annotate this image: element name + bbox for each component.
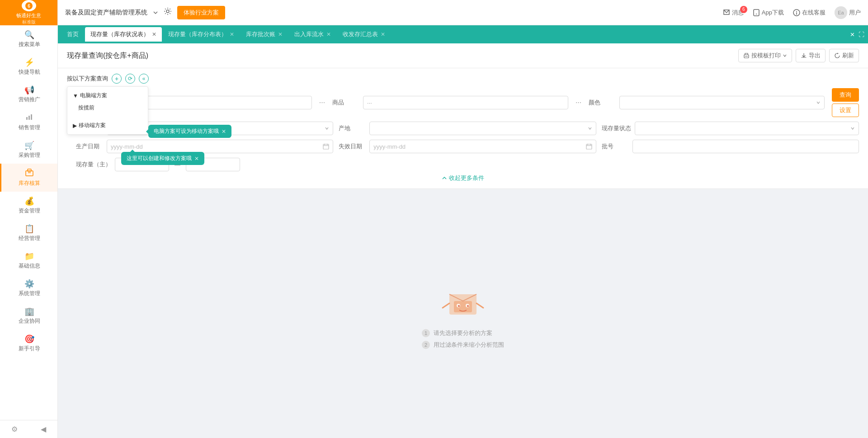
search-btn[interactable]: 查询 [832, 88, 859, 102]
sidebar-settings-btn[interactable]: ⚙ [11, 425, 18, 433]
tab-receive-summary-close[interactable]: ✕ [381, 31, 385, 38]
svg-point-28 [467, 305, 469, 307]
logo-sub: 标准版 [22, 19, 36, 25]
goods-select[interactable]: ··· [363, 96, 568, 109]
expiry-date-input[interactable]: yyyy-mm-dd [369, 140, 596, 153]
refresh-btn[interactable]: 刷新 [829, 49, 859, 62]
tab-receive-summary[interactable]: 收发存汇总表 ✕ [337, 27, 391, 42]
tab-inventory-dist[interactable]: 现存量（库存分布表） ✕ [163, 27, 240, 42]
online-service-btn[interactable]: 在线客服 [793, 9, 826, 17]
step-1-text: 请先选择要分析的方案 [434, 329, 492, 337]
filter-item-expiry-date: 失效日期 yyyy-mm-dd [339, 140, 596, 153]
purchase-icon: 🛒 [24, 141, 34, 151]
tab-home[interactable]: 首页 [61, 27, 84, 42]
tab-close-all[interactable]: ✕ [850, 31, 855, 38]
tab-batch-ledger-close[interactable]: ✕ [278, 31, 283, 38]
step-1-num: 1 [422, 329, 430, 337]
empty-illustration [440, 278, 486, 324]
tab-batch-ledger-label: 库存批次账 [246, 30, 275, 38]
filter-row-1: ··· ··· 商品 ··· ··· 颜色 [76, 88, 859, 117]
tab-in-out-flow[interactable]: 出入库流水 ✕ [289, 27, 336, 42]
sidebar-item-guide[interactable]: 🎯 新手引导 [0, 330, 57, 357]
guide-icon: 🎯 [24, 334, 34, 344]
tab-inventory-status[interactable]: 现存量（库存状况表） ✕ [85, 27, 162, 42]
tab-inventory-status-close[interactable]: ✕ [152, 31, 156, 38]
prod-date-placeholder: yyyy-mm-dd [111, 143, 143, 150]
stock-status-select[interactable] [635, 122, 859, 135]
operations-icon: 📋 [24, 224, 34, 234]
svg-line-30 [476, 303, 483, 308]
settings-icon[interactable] [164, 7, 172, 18]
sidebar-item-marketing-label: 营销推广 [19, 96, 40, 104]
scheme-desktop-sub-label: 按揽前 [78, 104, 94, 112]
goods-label: 商品 [332, 99, 359, 107]
message-btn[interactable]: 消息 6 [723, 9, 744, 17]
batch-input[interactable] [632, 140, 859, 153]
svg-point-27 [458, 305, 460, 307]
sidebar-item-basicinfo[interactable]: 📁 基础信息 [0, 247, 57, 274]
tab-batch-ledger[interactable]: 库存批次账 ✕ [241, 27, 288, 42]
tab-bar-actions: ✕ ⛶ [850, 31, 864, 38]
header-left: 装备及固定资产辅助管理系统 体验行业方案 [65, 6, 225, 19]
sidebar-item-search[interactable]: 🔍 搜索菜单 [0, 25, 57, 53]
svg-rect-2 [26, 117, 28, 120]
tab-expand[interactable]: ⛶ [859, 31, 864, 38]
sidebar-item-system-label: 系统管理 [19, 290, 40, 297]
add-scheme-btn[interactable]: + [112, 74, 122, 84]
filter-header: 按以下方案查询 + ⟳ « [67, 74, 859, 84]
reset-btn[interactable]: 设置 [832, 104, 859, 117]
sidebar-item-sales[interactable]: 销售管理 [0, 108, 57, 136]
sidebar-item-inventory[interactable]: 库存核算 [0, 164, 57, 192]
svg-rect-4 [31, 114, 32, 120]
sidebar-item-finance[interactable]: 💰 资金管理 [0, 192, 57, 219]
tab-bar: 首页 现存量（库存状况表） ✕ 现存量（库存分布表） ✕ 库存批次账 ✕ 出入库… [58, 25, 868, 43]
origin-select[interactable] [369, 122, 596, 135]
back-scheme-btn[interactable]: « [139, 74, 149, 84]
app-download-btn[interactable]: App下载 [753, 9, 784, 17]
filter-item-origin: 产地 [339, 122, 596, 135]
tooltip-create-close[interactable]: ✕ [194, 155, 199, 162]
scheme-section-mobile: ▶ 移动端方案 [67, 117, 148, 134]
tooltip-scheme-close[interactable]: ✕ [222, 128, 226, 135]
sidebar-collapse-btn[interactable]: ◀ [41, 425, 46, 433]
stock-main-label: 现存量（主） [76, 160, 111, 169]
app-download-label: App下载 [762, 9, 784, 17]
scheme-mobile-expand[interactable]: ▶ 移动端方案 [67, 119, 148, 132]
template-print-btn[interactable]: 按模板打印 [738, 49, 792, 62]
sidebar-item-system[interactable]: ⚙️ 系统管理 [0, 274, 57, 302]
scheme-desktop-sub[interactable]: 按揽前 [67, 102, 148, 114]
filter-item-stock-status: 现存量状态 [602, 122, 859, 135]
svg-text:Ea: Ea [838, 10, 844, 15]
tab-inventory-dist-close[interactable]: ✕ [230, 31, 234, 38]
experience-btn[interactable]: 体验行业方案 [177, 6, 225, 19]
export-btn[interactable]: 导出 [796, 49, 826, 62]
edit-scheme-btn[interactable]: ⟳ [125, 74, 135, 84]
scheme-mobile-arrow: ▶ [73, 122, 77, 129]
sidebar-item-marketing[interactable]: 📢 营销推广 [0, 80, 57, 108]
user-menu[interactable]: Ea 用户 [835, 6, 861, 19]
refresh-label: 刷新 [842, 52, 854, 60]
sidebar-item-sales-label: 销售管理 [19, 124, 40, 132]
prod-date-input[interactable]: yyyy-mm-dd [107, 140, 333, 153]
page-title: 现存量查询(按仓库+商品) [67, 51, 148, 61]
sidebar-item-purchase[interactable]: 🛒 采购管理 [0, 136, 57, 164]
avatar: Ea [835, 6, 847, 19]
page-content: 现存量查询(按仓库+商品) 按模板打印 导出 刷新 [58, 43, 868, 438]
system-dropdown[interactable] [153, 10, 158, 15]
color-select[interactable] [619, 96, 825, 109]
system-icon: ⚙️ [24, 279, 34, 289]
tab-in-out-flow-close[interactable]: ✕ [326, 31, 331, 38]
scheme-desktop-expand[interactable]: ▼ 电脑端方案 [67, 89, 148, 102]
sidebar-item-enterprise[interactable]: 🏢 企业协同 [0, 302, 57, 330]
sidebar: 6 畅通好生意 标准版 🔍 搜索菜单 ⚡ 快捷导航 📢 营销推广 销售管理 🛒 … [0, 0, 58, 438]
warehouse-more[interactable]: ··· [317, 99, 327, 107]
header-right: 消息 6 App下载 在线客服 Ea 用户 [723, 6, 861, 19]
prod-date-label: 生产日期 [76, 142, 103, 151]
goods-more[interactable]: ··· [574, 99, 583, 107]
collapse-more-btn[interactable]: 收起更多条件 [67, 171, 859, 185]
empty-steps: 1 请先选择要分析的方案 2 用过滤条件来缩小分析范围 [422, 329, 504, 349]
sidebar-item-quicknav[interactable]: ⚡ 快捷导航 [0, 53, 57, 80]
sidebar-item-enterprise-label: 企业协同 [19, 317, 40, 325]
step-2-num: 2 [422, 341, 430, 349]
sidebar-item-operations[interactable]: 📋 经营管理 [0, 219, 57, 247]
